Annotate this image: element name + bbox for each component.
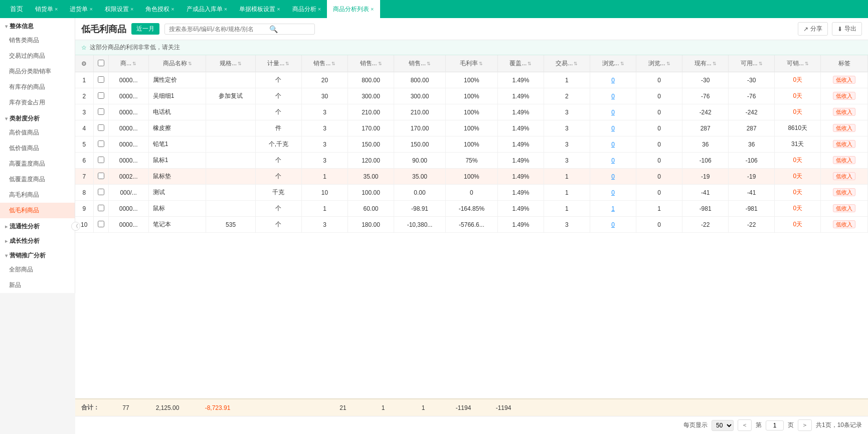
sort-icon-sales-qty[interactable]: ⇅ bbox=[331, 61, 335, 66]
nav-template[interactable]: 单据模板设置 × bbox=[233, 0, 286, 18]
sidebar-group-growth[interactable]: ▸ 成长性分析 bbox=[0, 233, 75, 247]
sidebar-group-overall[interactable]: ▾ 整体信息 bbox=[0, 18, 75, 33]
nav-close-product-analysis-list[interactable]: × bbox=[371, 6, 374, 12]
export-button[interactable]: ⬇ 导出 bbox=[832, 22, 862, 36]
browse1-link-5[interactable]: 0 bbox=[611, 157, 615, 164]
filter-recent-month[interactable]: 近一月 bbox=[131, 23, 159, 35]
nav-close-sales[interactable]: × bbox=[55, 6, 58, 12]
nav-product-analysis-list[interactable]: 商品分析列表 × bbox=[327, 0, 380, 18]
cell-no-3: 4 bbox=[75, 120, 93, 136]
sidebar-item-low-margin[interactable]: 低毛利商品 bbox=[0, 203, 75, 218]
nav-roles[interactable]: 角色授权 × bbox=[139, 0, 180, 18]
sidebar-item-traded-goods[interactable]: 交易过的商品 bbox=[0, 48, 75, 64]
row-checkbox-7[interactable] bbox=[98, 189, 104, 195]
row-checkbox-0[interactable] bbox=[98, 76, 104, 83]
sidebar-item-new-goods[interactable]: 新品 bbox=[0, 277, 75, 293]
row-checkbox-6[interactable] bbox=[98, 173, 104, 179]
col-settings[interactable]: ⚙ bbox=[75, 55, 93, 72]
row-checkbox-8[interactable] bbox=[98, 205, 104, 211]
sort-icon-trade[interactable]: ⇅ bbox=[574, 61, 578, 66]
nav-home[interactable]: 首页 bbox=[4, 0, 29, 18]
page-number-input[interactable] bbox=[766, 420, 784, 430]
sidebar-item-high-coverage[interactable]: 高覆盖度商品 bbox=[0, 156, 75, 172]
nav-close-roles[interactable]: × bbox=[171, 6, 174, 12]
browse1-link-2[interactable]: 0 bbox=[611, 109, 615, 116]
sidebar-group-category[interactable]: ▾ 类射度分析 bbox=[0, 110, 75, 125]
browse1-link-6[interactable]: 0 bbox=[611, 173, 615, 180]
page-size-select[interactable]: 50 bbox=[712, 420, 734, 431]
nav-close-permissions[interactable]: × bbox=[130, 6, 133, 12]
sidebar-item-low-value[interactable]: 低价值商品 bbox=[0, 140, 75, 156]
cell-browse1-8[interactable]: 1 bbox=[590, 201, 636, 217]
nav-close-product-analysis[interactable]: × bbox=[318, 6, 321, 12]
row-checkbox-3[interactable] bbox=[98, 124, 104, 131]
sidebar-item-low-coverage[interactable]: 低覆盖度商品 bbox=[0, 172, 75, 187]
nav-purchase[interactable]: 进货单 × bbox=[64, 0, 98, 18]
nav-sales[interactable]: 销货单 × bbox=[29, 0, 64, 18]
nav-product-entry[interactable]: 产成品入库单 × bbox=[181, 0, 233, 18]
cell-cb-3[interactable] bbox=[93, 120, 108, 136]
cell-cb-4[interactable] bbox=[93, 136, 108, 153]
sidebar-item-high-margin[interactable]: 高毛利商品 bbox=[0, 187, 75, 203]
sort-icon-browse2[interactable]: ⇅ bbox=[666, 61, 670, 66]
browse1-link-1[interactable]: 0 bbox=[611, 93, 615, 100]
row-checkbox-4[interactable] bbox=[98, 140, 104, 147]
cell-cb-1[interactable] bbox=[93, 88, 108, 104]
next-page-button[interactable]: ＞ bbox=[798, 419, 812, 431]
row-checkbox-1[interactable] bbox=[98, 92, 104, 99]
nav-product-analysis[interactable]: 商品分析 × bbox=[286, 0, 327, 18]
sort-icon-unit[interactable]: ⇅ bbox=[285, 61, 289, 66]
sort-icon-sales-price[interactable]: ⇅ bbox=[378, 61, 382, 66]
nav-close-purchase[interactable]: × bbox=[89, 6, 92, 12]
cell-cb-9[interactable] bbox=[93, 217, 108, 233]
select-all-checkbox[interactable] bbox=[98, 60, 104, 66]
cell-cb-0[interactable] bbox=[93, 72, 108, 88]
settings-icon[interactable]: ⚙ bbox=[81, 60, 87, 67]
col-sales-qty: 销售...⇅ bbox=[301, 55, 348, 72]
cell-cb-7[interactable] bbox=[93, 185, 108, 201]
search-input[interactable] bbox=[169, 26, 269, 33]
sort-icon-sales-amount[interactable]: ⇅ bbox=[427, 61, 431, 66]
nav-close-product-entry[interactable]: × bbox=[224, 6, 227, 12]
cell-cb-6[interactable] bbox=[93, 169, 108, 185]
share-button[interactable]: ↗ 分享 bbox=[798, 22, 828, 36]
browse1-link-7[interactable]: 0 bbox=[611, 189, 615, 196]
browse1-link-3[interactable]: 0 bbox=[611, 125, 615, 132]
sort-icon-name[interactable]: ⇅ bbox=[188, 61, 192, 66]
sidebar-item-sales-goods[interactable]: 销售类商品 bbox=[0, 33, 75, 48]
sidebar-item-high-value[interactable]: 高价值商品 bbox=[0, 125, 75, 140]
nav-permissions[interactable]: 权限设置 × bbox=[99, 0, 139, 18]
sidebar-item-capital[interactable]: 库存资金占用 bbox=[0, 95, 75, 110]
prev-page-button[interactable]: ＜ bbox=[738, 419, 752, 431]
browse1-link-8[interactable]: 1 bbox=[611, 205, 615, 212]
sort-icon-spec[interactable]: ⇅ bbox=[238, 61, 242, 66]
nav-close-template[interactable]: × bbox=[277, 6, 280, 12]
browse1-link-0[interactable]: 0 bbox=[611, 77, 615, 84]
search-box[interactable]: 🔍 bbox=[164, 24, 315, 35]
cell-cb-2[interactable] bbox=[93, 104, 108, 120]
sort-icon-current-stock[interactable]: ⇅ bbox=[713, 61, 717, 66]
sort-icon-coverage[interactable]: ⇅ bbox=[528, 61, 532, 66]
sidebar-collapse-arrow[interactable]: 《 bbox=[71, 222, 80, 231]
row-checkbox-2[interactable] bbox=[98, 108, 104, 115]
sort-icon-saleable[interactable]: ⇅ bbox=[805, 61, 809, 66]
sidebar-item-category-sales[interactable]: 商品分类助销率 bbox=[0, 64, 75, 79]
cell-cb-8[interactable] bbox=[93, 201, 108, 217]
browse1-link-9[interactable]: 0 bbox=[611, 221, 615, 228]
sort-icon-code[interactable]: ⇅ bbox=[132, 61, 136, 66]
sidebar-item-all-goods[interactable]: 全部商品 bbox=[0, 262, 75, 277]
sidebar-item-in-stock[interactable]: 有库存的商品 bbox=[0, 79, 75, 95]
col-checkbox[interactable] bbox=[93, 55, 108, 72]
cell-cb-5[interactable] bbox=[93, 153, 108, 169]
sidebar-group-marketing[interactable]: ▾ 营销推广分析 bbox=[0, 247, 75, 262]
sort-icon-available[interactable]: ⇅ bbox=[759, 61, 763, 66]
sidebar-group-flow[interactable]: ▸ 流通性分析 bbox=[0, 218, 75, 233]
cell-no-1: 2 bbox=[75, 88, 93, 104]
cell-spec-1: 参加复试 bbox=[206, 88, 255, 104]
browse1-link-4[interactable]: 0 bbox=[611, 141, 615, 148]
row-checkbox-9[interactable] bbox=[98, 221, 104, 227]
sort-icon-gross-margin[interactable]: ⇅ bbox=[479, 61, 483, 66]
sort-icon-browse1[interactable]: ⇅ bbox=[620, 61, 624, 66]
search-icon[interactable]: 🔍 bbox=[269, 25, 278, 33]
row-checkbox-5[interactable] bbox=[98, 157, 104, 163]
